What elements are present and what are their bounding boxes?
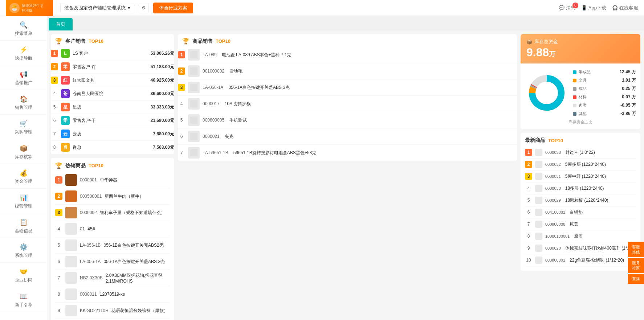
- legend-item-6: 其他 -3.86 万: [573, 110, 636, 118]
- hot-name-3: 智利车子里（规格不知道填什么）: [100, 210, 170, 216]
- tab-home-label: 首页: [56, 21, 65, 27]
- inventory-icon: 📦: [526, 39, 532, 45]
- new-prod-10: 10 003800001 22g鱼豆腐-烧烤味 (1*12*20): [525, 254, 636, 266]
- np-code-8: 10000100001: [545, 234, 570, 238]
- hot-item-6: 6 LA-056-1A 056-1A白色按键开关盖ABS 3壳: [55, 254, 170, 270]
- product-sales-header: 🏆 商品销售 TOP10: [178, 34, 517, 47]
- sidebar-item-operation[interactable]: 📊 经营管理: [0, 189, 47, 213]
- legend-item-3: 成品 0.25 万: [573, 85, 636, 93]
- np-icon-1: [535, 149, 542, 156]
- nav-tabs: 首页: [47, 16, 644, 30]
- trial-button[interactable]: 体验行业方案: [153, 3, 193, 13]
- sidebar-item-search[interactable]: 🔍 搜索菜单: [0, 16, 47, 41]
- sidebar-item-marketing[interactable]: 📢 营销推广: [0, 65, 47, 90]
- sidebar-item-finance[interactable]: 💰 资金管理: [0, 164, 47, 189]
- hot-img-2: [65, 190, 77, 202]
- np-num-7: 7: [525, 222, 532, 227]
- avatar-5: 星: [61, 103, 70, 111]
- hot-rank-7: 7: [55, 275, 62, 280]
- np-name-3: 5厘中纤 (1220*2440): [565, 173, 636, 180]
- hot-name-5: 056-1B白色按键开关壳ABS2壳: [103, 242, 170, 249]
- hot-item-9: 9 KK-SD22110H 花语萌恒温分娩裤袜（厚款）: [55, 303, 170, 319]
- hot-name-6: 056-1A白色按键开关盖ABS 3壳: [103, 259, 170, 265]
- customer-rank-3: 3 红 红太阳文具 40,925.00元: [51, 74, 174, 87]
- np-code-10: 003800001: [545, 258, 565, 262]
- avatar-6: 零: [61, 116, 70, 125]
- float-community[interactable]: 服务社区: [628, 258, 644, 273]
- cust-value-6: 21,680.00元: [151, 118, 174, 124]
- online-service-button[interactable]: 🎧 在线客服: [612, 5, 638, 11]
- sidebar-item-purchase[interactable]: 🛒 采购管理: [0, 115, 47, 139]
- sidebar-item-guide[interactable]: 📖 新手引导: [0, 287, 47, 312]
- float-customer-service[interactable]: 客服热线: [628, 242, 644, 257]
- inventory-unit: 万: [549, 50, 555, 58]
- np-num-5: 5: [525, 198, 532, 203]
- chart-legend: 半成品 12.45 万 文具 1.01 万 成品 0.25 万: [573, 68, 636, 118]
- logo-icon: 🐣: [9, 3, 20, 13]
- hot-name-1: 中华神器: [100, 177, 170, 183]
- np-icon-9: [535, 245, 542, 252]
- svg-rect-4: [190, 116, 197, 124]
- hot-products-title: 热销商品: [65, 163, 86, 169]
- np-num-10: 10: [525, 258, 532, 263]
- np-name-10: 22g鱼豆腐-烧烤味 (1*12*20): [570, 257, 636, 263]
- new-prod-7: 7 000800008 原盖: [525, 218, 636, 230]
- legend-label-6: 其他: [579, 111, 618, 116]
- cust-value-5: 33,333.00元: [151, 104, 174, 110]
- app-download-label: App下载: [588, 5, 606, 11]
- customer-rank-7: 7 云 云扬 7,680.00元: [51, 127, 174, 141]
- sidebar-label-inventory: 库存核算: [15, 154, 32, 160]
- settings-button[interactable]: ⚙: [139, 3, 149, 13]
- lightning-icon: ⚡: [20, 46, 28, 54]
- sidebar-item-inventory[interactable]: 📦 库存核算: [0, 139, 47, 164]
- prod-name-7: 59651-1B旋转投影灯电池盒ABS黑色+58克: [233, 150, 517, 156]
- hot-code-2: 000500001: [80, 194, 102, 199]
- svg-rect-6: [190, 149, 197, 156]
- hot-img-3: [65, 207, 77, 218]
- np-name-6: 白钢垫: [570, 209, 636, 216]
- prod-img-7: [188, 147, 200, 159]
- system-select[interactable]: 装备及固定资产辅助管理系统 ▾: [60, 3, 134, 13]
- new-products-card: 最新商品 TOP10 1 0000033 封边带 (1.0*22) 2 0000…: [521, 133, 640, 271]
- np-num-2: 2: [525, 161, 532, 168]
- legend-label-4: 材料: [579, 94, 620, 100]
- hot-name-8: 12070519-xs: [100, 292, 170, 297]
- customer-rank-4: 4 苍 苍南县人民医院 36,600.00元: [51, 87, 174, 100]
- customer-sales-top10: TOP10: [89, 38, 103, 44]
- sidebar-item-sales[interactable]: 🏠 销售管理: [0, 90, 47, 115]
- new-products-top10: TOP10: [548, 138, 563, 143]
- float-live[interactable]: 直播: [628, 274, 644, 284]
- message-button[interactable]: 💬 消息 6: [559, 5, 575, 11]
- prod-rank-5: 5 000800005 手机测试: [178, 112, 517, 128]
- sidebar-label-finance: 资金管理: [15, 179, 32, 185]
- rank-num-4: 4: [51, 91, 58, 96]
- hot-rank-5: 5: [55, 243, 62, 248]
- sidebar-label-guide: 新手引导: [15, 302, 32, 308]
- np-num-6: 6: [525, 210, 532, 215]
- box-icon: 📦: [20, 144, 28, 152]
- hot-code-8: 0000011: [80, 292, 97, 297]
- sidebar-item-quick-nav[interactable]: ⚡ 快捷导航: [0, 41, 47, 65]
- sidebar-item-system[interactable]: ⚙️ 系统管理: [0, 238, 47, 263]
- prod-img-5: [188, 114, 200, 126]
- app-download-button[interactable]: 📱 App下载: [581, 5, 606, 11]
- prod-rank-7: 7 LA-59651-1B 59651-1B旋转投影灯电池盒ABS黑色+58克: [178, 145, 517, 161]
- hot-item-1: 1 0000001 中华神器: [55, 172, 170, 188]
- np-name-5: 18颗粒板 (1220*2440): [565, 197, 636, 204]
- main-content: 🏆 客户销售 TOP10 1 L LS 客户 53,006.26元 2 零 零售…: [47, 30, 644, 320]
- message-badge: 6: [572, 3, 578, 8]
- chart-subtitle: 库存资金占比: [525, 119, 636, 125]
- new-prod-6: 6 004100001 白钢垫: [525, 206, 636, 218]
- sidebar-item-basic[interactable]: 📋 基础信息: [0, 213, 47, 238]
- np-icon-4: [535, 185, 542, 192]
- hot-name-2: 新西兰牛肉（新牛）: [105, 193, 170, 200]
- prod-rank-4: 4 0000017 10S 变抖罗猴: [178, 96, 517, 112]
- sidebar-item-cooperation[interactable]: 🤝 企业协同: [0, 263, 47, 287]
- tab-home[interactable]: 首页: [49, 18, 73, 30]
- hot-img-8: [65, 288, 77, 300]
- customer-rank-2: 2 零 零售客户-许 51,183.00元: [51, 60, 174, 74]
- sidebar-label-operation: 经营管理: [15, 203, 32, 209]
- customer-rank-1: 1 L LS 客户 53,006.26元: [51, 47, 174, 60]
- prod-code-1: LA-089: [203, 52, 217, 57]
- hot-name-4: 45#: [87, 226, 170, 231]
